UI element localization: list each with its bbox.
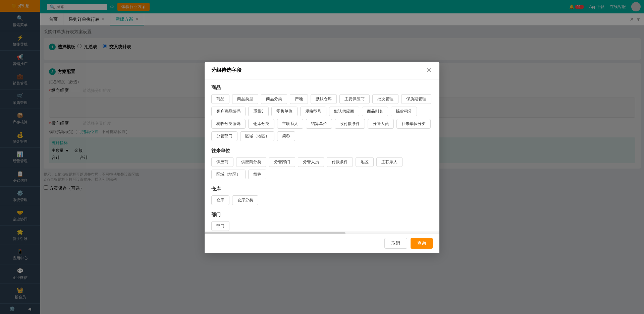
modal-body: 商品商品商品类型商品分类产地默认仓库主要供应商批次管理保质期管理客户商品编码重量…: [205, 79, 439, 232]
field-tag-0-23[interactable]: 区域（地区）: [240, 131, 274, 141]
field-tag-1-0[interactable]: 供应商: [211, 157, 233, 167]
field-section-title-0: 商品: [211, 85, 433, 91]
field-grid-1: 供应商供应商分类分管部门分管人员付款条件地区主联系人区域（地区）简称: [211, 157, 433, 179]
field-tag-0-16[interactable]: 仓库分类: [248, 119, 274, 129]
field-section-title-1: 往来单位: [211, 148, 433, 154]
field-tag-0-1[interactable]: 商品类型: [232, 94, 258, 104]
cancel-button[interactable]: 取消: [384, 238, 407, 249]
field-tag-2-1[interactable]: 仓库分类: [232, 195, 258, 205]
field-tag-1-8[interactable]: 简称: [248, 170, 266, 179]
field-tag-0-3[interactable]: 产地: [290, 94, 308, 104]
field-tag-3-0[interactable]: 部门: [211, 221, 229, 231]
modal-title: 分组待选字段: [211, 67, 241, 73]
field-tag-2-0[interactable]: 仓库: [211, 195, 229, 205]
modal-hscroll[interactable]: [205, 232, 439, 234]
field-section-2: 仓库仓库仓库分类: [211, 186, 433, 205]
field-tag-1-3[interactable]: 分管人员: [298, 157, 324, 167]
field-tag-0-9[interactable]: 重量3: [248, 107, 269, 116]
field-section-title-3: 部门: [211, 212, 433, 218]
field-tag-1-6[interactable]: 主联系人: [376, 157, 402, 167]
field-tag-1-5[interactable]: 地区: [356, 157, 374, 167]
field-tag-0-17[interactable]: 主联系人: [277, 119, 303, 129]
field-section-1: 往来单位供应商供应商分类分管部门分管人员付款条件地区主联系人区域（地区）简称: [211, 148, 433, 179]
field-tag-0-20[interactable]: 分管人员: [368, 119, 394, 129]
modal-close-btn[interactable]: ✕: [425, 66, 433, 74]
field-tag-1-2[interactable]: 分管部门: [269, 157, 295, 167]
modal-footer: 取消 查询: [205, 234, 439, 253]
field-tag-1-4[interactable]: 付款条件: [327, 157, 353, 167]
field-tag-0-19[interactable]: 收付款条件: [335, 119, 365, 129]
field-tag-0-15[interactable]: 税收分类编码: [211, 119, 246, 129]
field-tag-0-0[interactable]: 商品: [211, 94, 229, 104]
field-grid-0: 商品商品类型商品分类产地默认仓库主要供应商批次管理保质期管理客户商品编码重量3零…: [211, 94, 433, 141]
field-section-0: 商品商品商品类型商品分类产地默认仓库主要供应商批次管理保质期管理客户商品编码重量…: [211, 85, 433, 141]
confirm-button[interactable]: 查询: [411, 238, 433, 249]
field-tag-0-14[interactable]: 拣货积分: [391, 107, 417, 116]
field-tag-0-21[interactable]: 往来单位分类: [396, 119, 431, 129]
field-tag-1-1[interactable]: 供应商分类: [236, 157, 266, 167]
field-grid-2: 仓库仓库分类: [211, 195, 433, 205]
field-tag-0-5[interactable]: 主要供应商: [339, 94, 370, 104]
field-tag-0-6[interactable]: 批次管理: [372, 94, 398, 104]
field-tag-0-2[interactable]: 商品分类: [261, 94, 287, 104]
field-tag-0-11[interactable]: 规格型号: [300, 107, 326, 116]
modal-select-fields: 分组待选字段 ✕ 商品商品商品类型商品分类产地默认仓库主要供应商批次管理保质期管…: [205, 62, 439, 253]
field-tag-0-10[interactable]: 零售单位: [271, 107, 298, 116]
modal-header: 分组待选字段 ✕: [205, 62, 439, 79]
field-tag-0-24[interactable]: 简称: [277, 131, 295, 141]
field-tag-0-7[interactable]: 保质期管理: [401, 94, 431, 104]
field-tag-0-8[interactable]: 客户商品编码: [211, 107, 246, 116]
field-tag-0-22[interactable]: 分管部门: [211, 131, 237, 141]
field-tag-0-4[interactable]: 默认仓库: [311, 94, 337, 104]
field-tag-0-13[interactable]: 商品别名: [362, 107, 388, 116]
field-section-title-2: 仓库: [211, 186, 433, 192]
field-grid-3: 部门: [211, 221, 433, 231]
hscroll-thumb: [205, 232, 345, 234]
field-section-3: 部门部门: [211, 212, 433, 231]
field-tag-0-12[interactable]: 默认供应商: [329, 107, 359, 116]
field-tag-1-7[interactable]: 区域（地区）: [211, 170, 246, 179]
field-tag-0-18[interactable]: 结算单位: [306, 119, 332, 129]
